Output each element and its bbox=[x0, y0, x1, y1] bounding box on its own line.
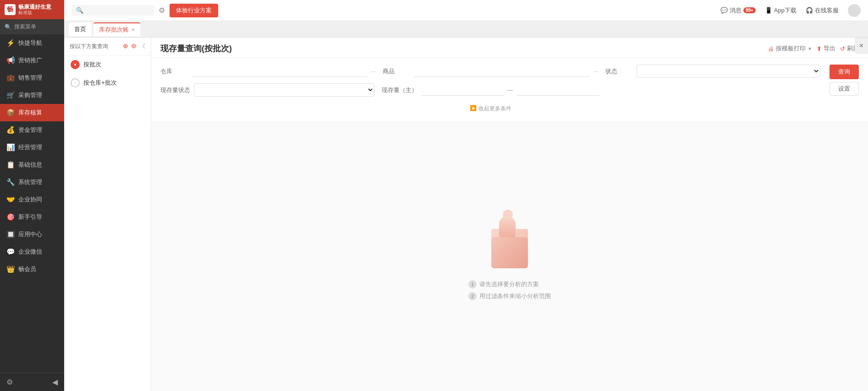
product-label: 商品 bbox=[383, 67, 410, 76]
sidebar-item-apps[interactable]: 🔲应用中心 bbox=[0, 226, 64, 243]
topbar-right: 💬 消息 99+ 📱 App下载 🎧 在线客服 bbox=[720, 4, 861, 17]
scheme-by-warehouse-batch[interactable]: ○ 按仓库+批次 bbox=[64, 74, 151, 92]
page-header-actions: 🖨 按模板打印 ▼ ⬆ 导出 ↺ 刷新 bbox=[768, 44, 859, 53]
box-body bbox=[491, 236, 528, 268]
settings-icon[interactable]: ⚙ bbox=[6, 378, 13, 386]
topbar-gear-icon[interactable]: ⚙ bbox=[159, 6, 165, 15]
tab-home-label: 首页 bbox=[74, 25, 86, 33]
online-service-item[interactable]: 🎧 在线客服 bbox=[806, 6, 839, 15]
inventory-qty-to[interactable] bbox=[517, 85, 599, 96]
ops-icon: 📊 bbox=[6, 143, 15, 152]
app-download-item[interactable]: 📱 App下载 bbox=[765, 6, 797, 15]
sidebar-item-label-purchase: 采购管理 bbox=[18, 91, 42, 99]
search-icon: 🔍 bbox=[5, 24, 11, 30]
sidebar-item-label-ops: 经营管理 bbox=[18, 143, 42, 152]
sidebar-item-label-member: 畅会员 bbox=[18, 265, 36, 273]
warehouse-more-btn[interactable]: ··· bbox=[371, 68, 375, 75]
tab-home[interactable]: 首页 bbox=[69, 22, 92, 36]
right-content: 现存量查询(按批次) 🖨 按模板打印 ▼ ⬆ 导出 ↺ 刷新 bbox=[151, 38, 868, 391]
sidebar-item-inventory[interactable]: 📦库存核算 bbox=[0, 104, 64, 121]
hint-text-2: 用过滤条件来缩小分析范围 bbox=[479, 292, 551, 300]
messages-label: 消息 bbox=[730, 6, 742, 15]
hint-item-1: 1 请先选择要分析的方案 bbox=[468, 280, 551, 288]
main-content: 🔍 ⚙ 体验行业方案 💬 消息 99+ 📱 App下载 🎧 在线客服 bbox=[64, 0, 868, 391]
brand-sub: 标准版 bbox=[18, 10, 51, 16]
scheme-settings-icon[interactable]: ⊛ bbox=[131, 42, 137, 50]
settings-button[interactable]: 设置 bbox=[830, 82, 859, 96]
trial-button[interactable]: 体验行业方案 bbox=[170, 4, 218, 17]
warehouse-input[interactable] bbox=[192, 66, 367, 77]
sidebar-search[interactable]: 🔍 搜索菜单 bbox=[0, 19, 64, 34]
messages-item[interactable]: 💬 消息 99+ bbox=[720, 6, 756, 15]
topbar-search-area[interactable]: 🔍 bbox=[71, 5, 154, 16]
sidebar-item-label-marketing: 营销推广 bbox=[18, 56, 42, 65]
sidebar-item-label-inventory: 库存核算 bbox=[18, 109, 42, 117]
scheme-by-batch[interactable]: ● 按批次 bbox=[64, 55, 151, 74]
sidebar-item-purchase[interactable]: 🛒采购管理 bbox=[0, 87, 64, 104]
scheme-by-warehouse-batch-icon: ○ bbox=[71, 78, 80, 87]
add-scheme-icon[interactable]: ⊕ bbox=[123, 42, 128, 50]
print-template-btn[interactable]: 🖨 按模板打印 ▼ bbox=[768, 44, 812, 53]
tab-inventory-batch[interactable]: 库存批次账 × bbox=[93, 22, 140, 36]
inventory-status-select[interactable] bbox=[194, 83, 374, 97]
sidebar-item-collab[interactable]: 🤝企业协同 bbox=[0, 191, 64, 208]
system-icon: 🔧 bbox=[6, 178, 15, 186]
sidebar-item-wechat[interactable]: 💬企业微信 bbox=[0, 243, 64, 261]
collapse-conditions-row[interactable]: 🔼 收起更多条件 bbox=[160, 102, 820, 115]
collapse-left-panel-icon[interactable]: 《 bbox=[139, 42, 145, 50]
sidebar-item-ops[interactable]: 📊经营管理 bbox=[0, 139, 64, 156]
tab-close-icon[interactable]: × bbox=[132, 27, 135, 33]
product-input[interactable] bbox=[414, 66, 589, 77]
sidebar-item-quick-nav[interactable]: ⚡快捷导航 bbox=[0, 34, 64, 52]
sidebar-item-guide[interactable]: 🎯新手引导 bbox=[0, 208, 64, 226]
sales-icon: 💼 bbox=[6, 74, 15, 82]
hint-num-2: 2 bbox=[468, 292, 477, 300]
scheme-by-batch-icon: ● bbox=[71, 60, 80, 69]
basic-icon: 📋 bbox=[6, 161, 15, 169]
inventory-icon: 📦 bbox=[6, 109, 15, 117]
left-panel-title: 按以下方案查询 bbox=[70, 43, 108, 50]
status-label: 状态 bbox=[605, 67, 633, 76]
member-icon: 👑 bbox=[6, 265, 15, 273]
product-more-btn[interactable]: ··· bbox=[593, 68, 598, 75]
sidebar-brand: 畅康通好生意 标准版 bbox=[18, 4, 51, 16]
sidebar-item-label-system: 系统管理 bbox=[18, 178, 42, 186]
warehouse-label: 仓库 bbox=[160, 67, 188, 76]
left-panel: 按以下方案查询 ⊕ ⊛ 《 ● 按批次 ○ 按仓库+批次 bbox=[64, 38, 151, 391]
collab-icon: 🤝 bbox=[6, 196, 15, 204]
scheme-by-batch-label: 按批次 bbox=[83, 60, 101, 69]
quick-nav-icon: ⚡ bbox=[6, 39, 15, 47]
marketing-icon: 📢 bbox=[6, 56, 15, 65]
query-button[interactable]: 查询 bbox=[830, 65, 859, 79]
sidebar-item-member[interactable]: 👑畅会员 bbox=[0, 261, 64, 278]
collapse-sidebar-icon[interactable]: ◀ bbox=[52, 378, 58, 386]
export-icon: ⬆ bbox=[817, 45, 822, 52]
user-avatar[interactable] bbox=[848, 4, 861, 17]
sidebar-item-sales[interactable]: 💼销售管理 bbox=[0, 69, 64, 87]
sidebar-item-system[interactable]: 🔧系统管理 bbox=[0, 174, 64, 191]
status-select[interactable] bbox=[637, 65, 820, 78]
sidebar-item-finance[interactable]: 💰资金管理 bbox=[0, 121, 64, 139]
sidebar-item-marketing[interactable]: 📢营销推广 bbox=[0, 52, 64, 69]
sidebar: 畅 畅康通好生意 标准版 🔍 搜索菜单 ⚡快捷导航📢营销推广💼销售管理🛒采购管理… bbox=[0, 0, 64, 391]
filter-row-2: 现存量状态 现存量（主） — bbox=[160, 83, 820, 97]
sidebar-item-basic[interactable]: 📋基础信息 bbox=[0, 156, 64, 174]
sidebar-item-label-collab: 企业协同 bbox=[18, 196, 42, 204]
inventory-qty-label: 现存量（主） bbox=[382, 86, 418, 94]
tab-inventory-batch-label: 库存批次账 bbox=[99, 26, 129, 34]
scheme-by-warehouse-batch-label: 按仓库+批次 bbox=[83, 79, 117, 87]
qty-separator: — bbox=[507, 87, 513, 93]
close-area: × bbox=[855, 38, 868, 54]
left-panel-header: 按以下方案查询 ⊕ ⊛ 《 bbox=[64, 38, 151, 55]
export-label: 导出 bbox=[824, 44, 835, 53]
topbar-search-input[interactable] bbox=[86, 7, 132, 14]
message-badge: 99+ bbox=[743, 7, 756, 13]
print-dropdown-icon[interactable]: ▼ bbox=[808, 46, 812, 51]
inventory-qty-from[interactable] bbox=[421, 85, 504, 96]
export-btn[interactable]: ⬆ 导出 bbox=[817, 44, 835, 53]
action-buttons: 查询 设置 bbox=[825, 65, 859, 96]
close-button[interactable]: × bbox=[859, 42, 863, 50]
guide-icon: 🎯 bbox=[6, 213, 15, 221]
sidebar-header: 畅 畅康通好生意 标准版 bbox=[0, 0, 64, 19]
sidebar-nav: ⚡快捷导航📢营销推广💼销售管理🛒采购管理📦库存核算💰资金管理📊经营管理📋基础信息… bbox=[0, 34, 64, 373]
